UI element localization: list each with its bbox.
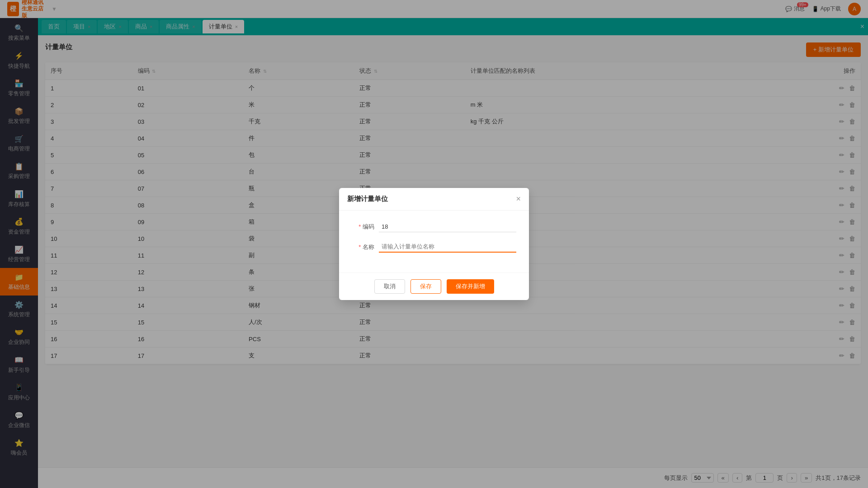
modal-title: 新增计量单位: [347, 195, 388, 203]
save-add-button[interactable]: 保存并新增: [447, 279, 494, 294]
modal-footer: 取消 保存 保存并新增: [339, 272, 529, 300]
add-unit-modal: 新增计量单位 × 编码 名称 取消 保存 保存并新增: [339, 188, 529, 300]
form-row-code: 编码: [352, 221, 516, 232]
modal-overlay: 新增计量单位 × 编码 名称 取消 保存 保存并新增: [0, 0, 868, 488]
code-input[interactable]: [379, 221, 516, 232]
code-label: 编码: [352, 223, 374, 231]
name-input[interactable]: [379, 241, 516, 253]
modal-body: 编码 名称: [339, 211, 529, 272]
name-label: 名称: [352, 243, 374, 251]
save-button[interactable]: 保存: [410, 279, 441, 294]
cancel-button[interactable]: 取消: [374, 279, 405, 294]
modal-header: 新增计量单位 ×: [339, 188, 529, 211]
modal-close-button[interactable]: ×: [516, 194, 521, 204]
form-row-name: 名称: [352, 241, 516, 253]
